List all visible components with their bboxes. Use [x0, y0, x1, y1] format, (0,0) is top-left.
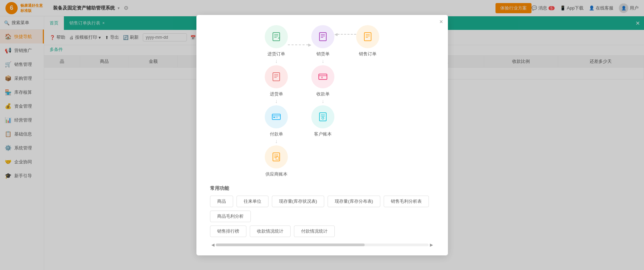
sales-order-label: 销售订单: [359, 51, 377, 57]
scroll-left-button[interactable]: ◀: [210, 242, 216, 247]
arrow-down-3: ↓: [275, 139, 278, 144]
btn-stock-dist[interactable]: 现存量(库存分布表): [328, 196, 380, 207]
svg-rect-10: [273, 117, 275, 118]
payment-bill-label: 付款单: [270, 131, 283, 137]
common-functions-section: 常用功能 商品 往来单位 现存量(库存状况表) 现存量(库存分布表) 销售毛利分…: [210, 185, 434, 237]
popup-overlay[interactable]: × 进货订单 ↓ 进货单: [0, 0, 644, 270]
receipt-bill-icon: ¥: [311, 65, 334, 88]
popup: × 进货订单 ↓ 进货单: [196, 15, 448, 255]
popup-scroll-area: ◀ ▶: [210, 242, 434, 247]
svg-point-27: [322, 117, 324, 119]
arrow-down-2: ↓: [275, 98, 278, 104]
svg-rect-4: [273, 73, 280, 81]
flow-node-purchase-bill[interactable]: 进货单: [265, 65, 288, 97]
customer-ledger-label: 客户账本: [314, 131, 332, 137]
arrow-down-1: ↓: [275, 58, 278, 64]
arrow-down-5: ↓: [321, 98, 324, 104]
arrow-down-4: ↓: [321, 58, 324, 64]
svg-rect-17: [319, 33, 326, 41]
svg-text:¥: ¥: [321, 76, 323, 79]
flow-col-left: 进货订单 ↓ 进货单 ↓ ¥ 付款单: [265, 25, 288, 177]
scroll-right-button[interactable]: ▶: [429, 242, 434, 247]
purchase-bill-icon: [265, 65, 288, 88]
svg-rect-0: [273, 33, 280, 41]
flow-diagram: 进货订单 ↓ 进货单 ↓ ¥ 付款单: [210, 25, 434, 177]
h-arrow-sales: ◀: [334, 32, 356, 37]
svg-text:¥: ¥: [276, 116, 278, 119]
flow-col-right: 销货单 ↓ ¥ 收款单 ↓: [311, 25, 379, 137]
scrollbar-track[interactable]: [216, 244, 429, 246]
sales-bill-label: 销货单: [316, 51, 330, 57]
common-buttons-row1: 商品 往来单位 现存量(库存状况表) 现存量(库存分布表) 销售毛利分析表 商品…: [210, 196, 434, 222]
btn-sales-profit-analysis[interactable]: 销售毛利分析表: [384, 196, 429, 207]
btn-goods-profit-analysis[interactable]: 商品毛利分析: [210, 211, 251, 222]
btn-partner[interactable]: 往来单位: [237, 196, 268, 207]
h-arrows: ▶: [288, 25, 311, 173]
flow-node-sales-bill-col: 销货单 ↓ ¥ 收款单 ↓: [311, 25, 334, 137]
purchase-order-label: 进货订单: [267, 51, 285, 57]
flow-node-payment-bill[interactable]: ¥ 付款单: [265, 105, 288, 137]
customer-ledger-icon: [311, 105, 334, 128]
btn-goods[interactable]: 商品: [210, 196, 233, 207]
btn-receipt-stats[interactable]: 收款情况统计: [250, 226, 291, 237]
svg-rect-28: [364, 33, 371, 41]
flow-node-supplier-ledger[interactable]: 供应商账本: [265, 145, 288, 177]
purchase-bill-label: 进货单: [270, 91, 283, 97]
svg-rect-24: [319, 113, 326, 121]
common-buttons-row2: 销售排行榜 收款情况统计 付款情况统计: [210, 226, 434, 237]
flow-node-customer-ledger[interactable]: 客户账本: [311, 105, 334, 137]
svg-rect-16: [276, 157, 279, 160]
receipt-bill-label: 收款单: [316, 91, 330, 97]
flow-node-sales-bill[interactable]: 销货单: [311, 25, 334, 57]
flow-node-purchase-order[interactable]: 进货订单: [265, 25, 288, 57]
btn-payment-stats[interactable]: 付款情况统计: [294, 226, 335, 237]
supplier-ledger-label: 供应商账本: [265, 171, 288, 177]
flow-node-receipt-bill[interactable]: ¥ 收款单: [311, 65, 334, 97]
btn-stock-status[interactable]: 现存量(库存状况表): [272, 196, 325, 207]
sales-order-icon: [356, 25, 379, 48]
common-functions-title: 常用功能: [210, 185, 434, 192]
scrollbar-thumb[interactable]: [216, 244, 365, 246]
purchase-order-icon: [265, 25, 288, 48]
btn-sales-ranking[interactable]: 销售排行榜: [210, 226, 246, 237]
flow-node-sales-order[interactable]: 销售订单: [356, 25, 379, 57]
top-row-right: 销货单 ↓ ¥ 收款单 ↓: [311, 25, 379, 137]
supplier-ledger-icon: [265, 145, 288, 168]
payment-bill-icon: ¥: [265, 105, 288, 128]
popup-close-button[interactable]: ×: [439, 18, 443, 25]
sales-bill-icon: [311, 25, 334, 48]
